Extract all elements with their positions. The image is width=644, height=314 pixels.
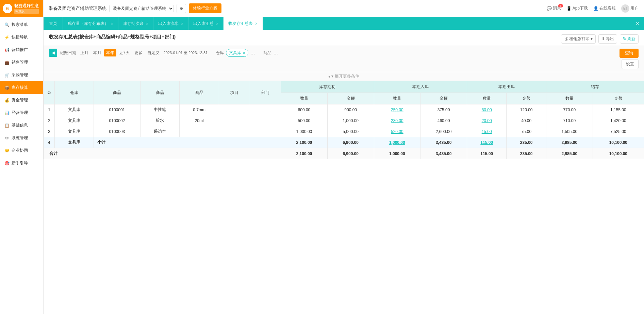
export-icon: ⬆ xyxy=(601,36,605,41)
col-out-qty: 数量 xyxy=(467,93,507,104)
print-button[interactable]: 🖨 核销版打印 ▾ xyxy=(561,34,596,44)
tab-in-out-summary[interactable]: 出入库汇总 ✕ xyxy=(188,17,224,30)
row-out-qty[interactable]: 15.00 xyxy=(467,126,507,137)
tab-close-recv-send[interactable]: ✕ xyxy=(255,22,258,26)
user-menu[interactable]: Ea 用户 xyxy=(621,4,639,13)
warehouse-tag-remove[interactable]: ✕ xyxy=(243,51,245,55)
summary-table: ⚙ 仓库 商品 商品 商品 项目 部门 库存期初 本期入库 本期出库 结存 xyxy=(44,81,644,159)
subtotal-open-qty: 2,100.00 xyxy=(281,137,328,148)
sidebar-item-system[interactable]: ⚙ 系统管理 xyxy=(0,132,43,144)
subtotal-out-qty[interactable]: 115.00 xyxy=(467,137,507,148)
warehouse-more-btn[interactable]: ... xyxy=(250,50,255,56)
goods-more-btn[interactable]: ... xyxy=(274,50,278,56)
date-btn-last-month[interactable]: 上月 xyxy=(78,49,90,56)
row-out-qty[interactable]: 80.00 xyxy=(467,104,507,115)
subtotal-in-amt: 3,435.00 xyxy=(420,137,467,148)
row-code: 0100002 xyxy=(94,115,141,126)
sidebar-item-marketing[interactable]: 📢 营销推广 xyxy=(0,44,43,56)
operations-icon: 📊 xyxy=(4,110,10,116)
row-dept xyxy=(250,104,281,115)
table-settings-icon: ⚙ xyxy=(47,90,51,95)
sidebar-item-search[interactable]: 🔍 搜索菜单 xyxy=(0,18,43,31)
tab-recv-send-summary[interactable]: 收发存汇总表 ✕ xyxy=(224,17,263,30)
subtotal-in-qty[interactable]: 1,000.00 xyxy=(374,137,420,148)
date-range-display: 2023-01-01 至 2023-12-31 xyxy=(164,50,208,55)
sidebar-item-collab[interactable]: 🤝 企业协同 xyxy=(0,144,43,157)
sidebar-item-guide[interactable]: 🎯 新手引导 xyxy=(0,157,43,169)
sidebar-item-purchase[interactable]: 🛒 采购管理 xyxy=(0,69,43,81)
tab-batch-account[interactable]: 库存批次账 ✕ xyxy=(118,17,153,30)
row-warehouse: 文具库 xyxy=(55,104,94,115)
row-in-amt: 375.00 xyxy=(420,104,467,115)
row-in-qty[interactable]: 520.00 xyxy=(374,126,420,137)
col-name-header: 商品 xyxy=(140,81,179,104)
export-button[interactable]: ⬆ 导出 xyxy=(598,34,617,44)
tab-close-summary[interactable]: ✕ xyxy=(216,22,218,26)
sidebar-item-inventory[interactable]: 📦 库存核算 xyxy=(0,81,43,94)
query-button[interactable]: 查询 xyxy=(620,49,639,58)
sidebar-item-operations[interactable]: 📊 经营管理 xyxy=(0,106,43,119)
tab-home[interactable]: 首页 xyxy=(44,17,63,30)
message-badge: 6 xyxy=(558,4,563,7)
trial-button[interactable]: 体验行业方案 xyxy=(189,3,221,13)
expand-more-button[interactable]: ▾ ▾ 展开更多条件 xyxy=(328,73,359,79)
date-btn-custom[interactable]: 自定义 xyxy=(145,49,162,56)
col-settings-header[interactable]: ⚙ xyxy=(44,81,55,104)
row-out-amt: 75.00 xyxy=(507,126,546,137)
marketing-icon: 📢 xyxy=(4,47,10,53)
row-bal-qty: 770.00 xyxy=(546,104,593,115)
phone-icon: 📱 xyxy=(566,6,572,11)
online-service-button[interactable]: 👤 在线客服 xyxy=(593,5,616,11)
filter-setting-button[interactable]: 设置 xyxy=(622,59,639,69)
filter-toggle-button[interactable]: ◀ xyxy=(49,49,57,57)
gear-icon: ⚙ xyxy=(180,6,183,11)
app-download-button[interactable]: 📱 App下载 xyxy=(566,5,588,11)
col-balance-group: 结存 xyxy=(546,81,644,93)
row-in-qty[interactable]: 230.00 xyxy=(374,115,420,126)
goods-filter-group: 商品 ... xyxy=(263,50,278,56)
date-btn-this-year[interactable]: 本年 xyxy=(104,49,116,56)
tab-close-flow[interactable]: ✕ xyxy=(181,22,183,26)
refresh-button[interactable]: ↻ 刷新 xyxy=(620,34,639,44)
total-label: 合计 xyxy=(44,148,281,159)
messages-button[interactable]: 💬 消息 6 xyxy=(547,5,561,11)
col-project-header: 项目 xyxy=(219,81,250,104)
row-open-qty: 1,000.00 xyxy=(281,126,328,137)
row-out-amt: 40.00 xyxy=(507,115,546,126)
total-out-amt: 235.00 xyxy=(507,148,546,159)
sidebar: 6 畅捷通好生意 标准版 🔍 搜索菜单 ⚡ 快捷导航 📢 营销推广 💼 销售管理… xyxy=(0,0,44,314)
total-in-qty: 1,000.00 xyxy=(374,148,420,159)
sidebar-item-quick-nav[interactable]: ⚡ 快捷导航 xyxy=(0,31,43,44)
tab-bar-close-all[interactable]: ✕ xyxy=(631,17,644,30)
sidebar-item-finance[interactable]: 💰 资金管理 xyxy=(0,94,43,106)
print-icon: 🖨 xyxy=(564,36,568,41)
row-open-amt: 1,000.00 xyxy=(327,115,374,126)
expand-more-section: ▾ ▾ 展开更多条件 xyxy=(44,72,644,81)
main-area: 装备及固定资产辅助管理系统 装备及固定资产辅助管理系统 ⚙ 体验行业方案 💬 消… xyxy=(44,0,644,314)
sidebar-item-sales[interactable]: 💼 销售管理 xyxy=(0,56,43,69)
sidebar-item-basic[interactable]: 📋 基础信息 xyxy=(0,119,43,132)
basic-icon: 📋 xyxy=(4,123,10,128)
row-in-qty[interactable]: 250.00 xyxy=(374,104,420,115)
chevron-down-icon: ▾ xyxy=(591,36,593,41)
row-warehouse: 文具库 xyxy=(55,115,94,126)
row-open-qty: 500.00 xyxy=(281,115,328,126)
page-title-section: 收发存汇总表(按仓库+商品编码+商品+规格型号+项目+部门) 🖨 核销版打印 ▾… xyxy=(44,30,644,46)
date-btn-7days[interactable]: 近7天 xyxy=(117,49,132,56)
settings-button[interactable]: ⚙ xyxy=(177,4,186,13)
system-selector[interactable]: 装备及固定资产辅助管理系统 xyxy=(109,5,174,12)
date-btn-more[interactable]: 更多 xyxy=(132,49,145,56)
tab-close-batch[interactable]: ✕ xyxy=(146,22,148,26)
sidebar-nav: 🔍 搜索菜单 ⚡ 快捷导航 📢 营销推广 💼 销售管理 🛒 采购管理 📦 库存核… xyxy=(0,17,43,314)
tab-current-stock[interactable]: 现存量（库存分布表） ✕ xyxy=(63,17,118,30)
finance-icon: 💰 xyxy=(4,98,10,103)
avatar: Ea xyxy=(621,4,629,13)
row-bal-qty: 710.00 xyxy=(546,115,593,126)
header-right: 💬 消息 6 📱 App下载 👤 在线客服 Ea 用户 xyxy=(547,4,639,13)
tab-in-out-flow[interactable]: 出入库流水 ✕ xyxy=(153,17,188,30)
tab-close-current-stock[interactable]: ✕ xyxy=(111,22,113,26)
col-opening-group: 库存期初 xyxy=(281,81,374,93)
row-out-qty[interactable]: 20.00 xyxy=(467,115,507,126)
date-btn-this-month[interactable]: 本月 xyxy=(91,49,103,56)
inventory-icon: 📦 xyxy=(4,85,10,90)
